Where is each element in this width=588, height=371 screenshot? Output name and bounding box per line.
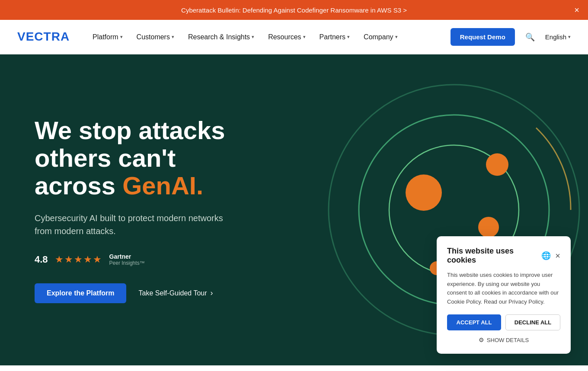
tour-link-label: Take Self-Guided Tour — [138, 289, 207, 297]
language-label: English — [545, 33, 566, 41]
globe-icon: 🌐 — [541, 251, 551, 260]
nav-resources-label: Resources — [268, 33, 301, 41]
cookie-header-icons: 🌐 × — [541, 251, 560, 260]
hero-title: We stop attacks others can't across GenA… — [35, 117, 242, 199]
banner-text[interactable]: Cyberattack Bulletin: Defending Against … — [181, 6, 407, 14]
chevron-down-icon: ▾ — [303, 34, 306, 40]
cookie-title: This website uses cookies — [447, 247, 541, 265]
hero-title-line1: We stop attacks — [35, 116, 225, 144]
navbar: VECTRA Platform ▾ Customers ▾ Research &… — [0, 20, 588, 54]
language-selector[interactable]: English ▾ — [545, 33, 571, 41]
search-icon: 🔍 — [525, 33, 535, 41]
gear-icon: ⚙ — [479, 336, 484, 343]
svg-point-4 — [406, 174, 442, 211]
explore-platform-button[interactable]: Explore the Platform — [35, 283, 126, 303]
gartner-sub: Peer Insights™ — [109, 260, 145, 266]
nav-platform-label: Platform — [93, 33, 118, 41]
tour-link[interactable]: Take Self-Guided Tour › — [138, 289, 213, 298]
chevron-down-icon: ▾ — [347, 34, 350, 40]
hero-title-line2: others can't — [35, 144, 176, 172]
cookie-body: This website uses cookies to improve use… — [447, 271, 560, 307]
nav-right: Request Demo 🔍 English ▾ — [451, 28, 571, 46]
nav-item-research[interactable]: Research & Insights ▾ — [182, 30, 260, 44]
cookie-header: This website uses cookies 🌐 × — [447, 247, 560, 265]
nav-company-label: Company — [364, 33, 393, 41]
chevron-down-icon: ▾ — [252, 34, 254, 40]
cookie-close-button[interactable]: × — [555, 251, 560, 260]
hero-title-highlight: GenAI. — [122, 171, 203, 200]
chevron-down-icon: ▾ — [568, 34, 571, 40]
arrow-right-icon: › — [211, 289, 213, 298]
gartner-block: Gartner Peer Insights™ — [109, 253, 145, 266]
nav-links: Platform ▾ Customers ▾ Research & Insigh… — [86, 30, 451, 44]
hero-subtitle: Cybersecurity AI built to protect modern… — [35, 212, 242, 238]
svg-text:VECTRA: VECTRA — [17, 30, 69, 43]
svg-point-6 — [478, 217, 499, 238]
cookie-buttons: ACCEPT ALL DECLINE ALL — [447, 314, 560, 330]
chevron-down-icon: ▾ — [395, 34, 398, 40]
rating-row: 4.8 ★★★★★ Gartner Peer Insights™ — [35, 253, 242, 266]
nav-partners-label: Partners — [320, 33, 345, 41]
nav-item-partners[interactable]: Partners ▾ — [313, 30, 356, 44]
star-rating: ★★★★★ — [55, 254, 102, 265]
hero-content: We stop attacks others can't across GenA… — [0, 82, 277, 337]
nav-item-platform[interactable]: Platform ▾ — [86, 30, 129, 44]
nav-research-label: Research & Insights — [188, 33, 250, 41]
nav-item-company[interactable]: Company ▾ — [358, 30, 403, 44]
chevron-down-icon: ▾ — [172, 34, 174, 40]
nav-customers-label: Customers — [137, 33, 170, 41]
logo[interactable]: VECTRA — [17, 28, 69, 47]
top-banner: Cyberattack Bulletin: Defending Against … — [0, 0, 588, 20]
cookie-banner: This website uses cookies 🌐 × This websi… — [437, 236, 571, 354]
svg-point-5 — [486, 153, 508, 176]
nav-item-resources[interactable]: Resources ▾ — [262, 30, 311, 44]
decline-all-button[interactable]: DECLINE ALL — [505, 314, 560, 330]
show-details-label: SHOW DETAILS — [487, 337, 529, 343]
rating-score: 4.8 — [35, 254, 48, 265]
accept-all-button[interactable]: ACCEPT ALL — [447, 314, 501, 330]
nav-item-customers[interactable]: Customers ▾ — [131, 30, 180, 44]
show-details-button[interactable]: ⚙ SHOW DETAILS — [447, 336, 560, 343]
banner-close-button[interactable]: × — [574, 6, 579, 14]
chevron-down-icon: ▾ — [120, 34, 123, 40]
cta-row: Explore the Platform Take Self-Guided To… — [35, 283, 242, 303]
request-demo-button[interactable]: Request Demo — [451, 28, 515, 46]
hero-title-line3-prefix: across — [35, 171, 122, 200]
search-button[interactable]: 🔍 — [522, 29, 538, 45]
gartner-name: Gartner — [109, 253, 145, 260]
